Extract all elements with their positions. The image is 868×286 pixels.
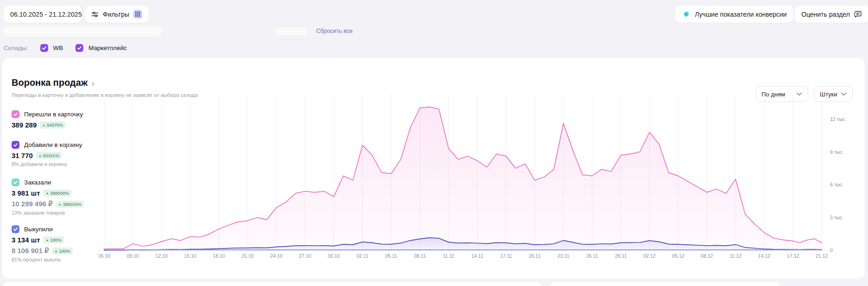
checkbox-ordered[interactable] [12, 178, 19, 186]
svg-text:02.11: 02.11 [356, 253, 368, 259]
svg-text:06.10: 06.10 [99, 253, 110, 259]
funnel-title: Воронка продаж [12, 77, 87, 88]
svg-text:21.10: 21.10 [242, 253, 254, 259]
svg-text:05.11: 05.11 [385, 253, 397, 259]
date-range-value: 06.10.2025 - 21.12.2025 [10, 11, 82, 18]
metric-note: 81% процент выкупа [12, 257, 100, 263]
svg-text:20.11: 20.11 [529, 253, 541, 259]
svg-text:0: 0 [830, 248, 833, 253]
analytics-page: 06.10.2025 - 21.12.2025 Фильтры [0, 0, 868, 286]
delta-badge: ▲398000% [44, 190, 71, 197]
svg-text:29.11: 29.11 [615, 253, 627, 259]
checkbox-bought[interactable] [12, 225, 19, 233]
svg-text:27.10: 27.10 [299, 253, 311, 259]
delta-badge: ▲396034% [56, 201, 84, 208]
svg-text:14.12: 14.12 [758, 253, 770, 259]
svg-text:23.11: 23.11 [557, 253, 569, 259]
svg-text:05.12: 05.12 [672, 253, 684, 259]
svg-text:08.12: 08.12 [701, 253, 713, 259]
loading-filter-chip [275, 27, 308, 35]
svg-text:26.11: 26.11 [586, 253, 598, 259]
up-arrow-icon: ▲ [42, 123, 45, 127]
svg-text:17.11: 17.11 [500, 253, 512, 259]
filters-count-badge [133, 10, 142, 19]
metric-value: 3 981 шт [12, 189, 40, 197]
metric-label: Выкупили [24, 226, 53, 233]
svg-text:12 тыс.: 12 тыс. [830, 116, 846, 122]
delta-badge: ▲100% [44, 236, 64, 243]
svg-text:14.11: 14.11 [471, 253, 483, 259]
svg-text:11.12: 11.12 [730, 253, 742, 259]
metric-note: 8% добавили в корзину [12, 161, 100, 168]
loading-filter-chip [2, 25, 162, 37]
chevron-right-icon[interactable]: › [91, 78, 94, 88]
funnel-chart-area[interactable]: 06.1009.1012.1015.1018.1021.1024.1027.10… [99, 93, 862, 263]
funnel-legend: Перешли в карточку 389 289 ▲54575% Добав… [12, 110, 100, 263]
metric-value-rub: 8 106 901 ₽ [12, 247, 49, 255]
filters-label: Фильтры [103, 11, 129, 18]
metric-label: Добавили в корзину [24, 141, 82, 148]
warehouses-row: Склады: WB Маркетплейс [4, 42, 139, 53]
svg-text:9 тыс.: 9 тыс. [830, 149, 843, 155]
feedback-message-icon [854, 10, 862, 18]
legend-item-ordered: Заказали 3 981 шт ▲398000% 10 299 496 ₽ … [12, 178, 100, 216]
warehouse-marketplace-label: Маркетплейс [88, 44, 127, 51]
sales-funnel-card: Воронка продаж › Переходы в карточку и д… [2, 58, 865, 279]
delta-badge: ▲54575% [40, 121, 65, 128]
bottom-left-card [4, 282, 541, 286]
date-range-picker[interactable]: 06.10.2025 - 21.12.2025 [4, 6, 81, 23]
up-arrow-icon: ▲ [46, 238, 49, 242]
best-conversion-label: Лучшие показатели конверсии [695, 11, 787, 18]
metric-note: 13% заказали товаров [12, 210, 100, 216]
up-arrow-icon: ▲ [58, 203, 62, 206]
metric-value: 3 134 шт [12, 236, 40, 244]
up-arrow-icon: ▲ [38, 154, 42, 157]
svg-text:09.10: 09.10 [127, 253, 139, 259]
bottom-right-card [550, 282, 780, 286]
warehouses-label: Склады: [4, 44, 28, 51]
best-conversion-button[interactable]: Лучшие показатели конверсии [675, 6, 793, 23]
legend-item-add-to-cart: Добавили в корзину 31 770 ▲93341% 8% доб… [12, 140, 100, 168]
svg-text:02.12: 02.12 [643, 253, 656, 259]
svg-text:11.11: 11.11 [443, 253, 455, 259]
svg-text:15.10: 15.10 [184, 253, 196, 259]
delta-badge: ▲93341% [36, 152, 62, 159]
metric-value: 31 770 [12, 152, 33, 159]
metric-value: 389 289 [12, 121, 37, 129]
metric-label: Заказали [24, 179, 51, 186]
svg-text:30.10: 30.10 [328, 253, 340, 259]
svg-text:6 тыс.: 6 тыс. [830, 182, 843, 187]
svg-text:18.10: 18.10 [213, 253, 225, 259]
svg-text:21.12: 21.12 [816, 253, 828, 259]
up-arrow-icon: ▲ [46, 191, 49, 195]
delta-badge: ▲100% [52, 248, 72, 254]
checkbox-wb[interactable] [40, 44, 48, 52]
warehouse-option-marketplace[interactable]: Маркетплейс [75, 44, 127, 52]
rate-section-button[interactable]: Оценить раздел [795, 6, 868, 23]
svg-text:12.10: 12.10 [156, 253, 168, 259]
conversion-gem-icon [682, 10, 691, 19]
svg-text:24.10: 24.10 [270, 253, 282, 259]
svg-text:08.11: 08.11 [414, 253, 426, 259]
metric-label: Перешли в карточку [24, 111, 83, 118]
up-arrow-icon: ▲ [54, 249, 57, 253]
sliders-icon [91, 11, 99, 18]
checkbox-marketplace[interactable] [75, 44, 83, 52]
svg-text:17.12: 17.12 [787, 253, 799, 259]
funnel-chart-svg: 06.1009.1012.1015.1018.1021.1024.1027.10… [99, 93, 862, 263]
warehouse-wb-label: WB [53, 44, 63, 51]
checkbox-add-to-cart[interactable] [12, 141, 19, 149]
rate-section-label: Оценить раздел [801, 11, 850, 18]
checkbox-card-views[interactable] [12, 110, 19, 118]
svg-text:3 тыс.: 3 тыс. [830, 215, 843, 220]
warehouse-option-wb[interactable]: WB [40, 44, 63, 52]
reset-all-link[interactable]: Сбросить все [316, 28, 353, 34]
legend-item-card-views: Перешли в карточку 389 289 ▲54575% [12, 110, 100, 129]
metric-value-rub: 10 299 496 ₽ [12, 200, 53, 208]
filters-button[interactable]: Фильтры [85, 6, 149, 23]
legend-item-bought: Выкупили 3 134 шт ▲100% 8 106 901 ₽ ▲100… [12, 225, 100, 263]
